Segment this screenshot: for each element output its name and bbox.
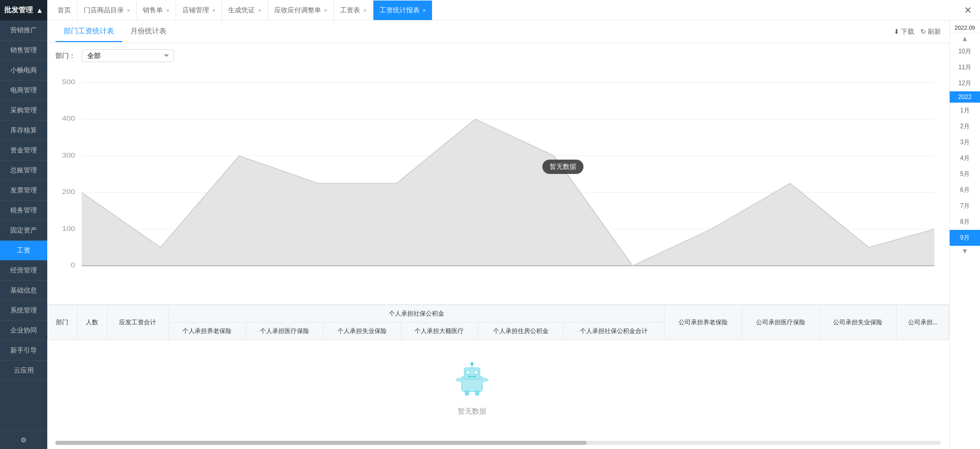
sidebar-item-资金管理[interactable]: 资金管理 xyxy=(0,141,47,161)
th-count: 人数 xyxy=(77,305,107,340)
date-month-11[interactable]: 11月 xyxy=(950,60,980,75)
dept-select[interactable]: 全部 xyxy=(82,49,174,62)
date-month-7[interactable]: 7月 xyxy=(950,198,980,214)
tab-首页[interactable]: 首页 xyxy=(51,1,78,20)
tab-close-应收应付调整单[interactable]: × xyxy=(324,7,327,13)
chart-wrapper: 500 400 300 200 100 0 xyxy=(55,73,941,289)
sidebar-item-电商管理[interactable]: 电商管理 xyxy=(0,81,47,101)
filter-bar: 部门： 全部 xyxy=(47,43,949,68)
date-month-9[interactable]: 9月 xyxy=(950,230,980,246)
tab-生成凭证[interactable]: 生成凭证 × xyxy=(222,1,268,20)
date-next-arrow[interactable]: ▼ xyxy=(958,246,972,256)
date-panel-header: 2022.09 xyxy=(950,23,980,33)
th-personal-unemployment: 个人承担失业保险 xyxy=(323,323,401,340)
area-chart: 500 400 300 200 100 0 xyxy=(55,73,941,289)
date-month-10[interactable]: 10月 xyxy=(950,44,980,60)
content-area: 部门工资统计表 月份统计表 ⬇ 下载 ↻ 刷新 xyxy=(47,21,980,449)
tab-close-all-icon[interactable]: ✕ xyxy=(964,5,972,16)
sidebar-item-营销推广[interactable]: 营销推广 xyxy=(0,21,47,41)
sidebar-item-发票管理[interactable]: 发票管理 xyxy=(0,181,47,201)
th-company-unemployment: 公司承担失业保险 xyxy=(819,305,897,340)
date-prev-arrow[interactable]: ▲ xyxy=(958,33,972,44)
tab-bar-actions: ✕ xyxy=(964,5,976,16)
tab-门店商品目录[interactable]: 门店商品目录 × xyxy=(78,1,137,20)
sidebar-item-基础信息[interactable]: 基础信息 xyxy=(0,281,47,301)
refresh-button[interactable]: ↻ 刷新 xyxy=(920,27,941,36)
th-personal-pension: 个人承担养老保险 xyxy=(168,323,246,340)
th-company-more: 公司承担... xyxy=(897,305,949,340)
th-dept: 部门 xyxy=(48,305,78,340)
main-area: 首页 门店商品目录 × 销售单 × 店铺管理 × 生成凭证 × 应收应付调整单 … xyxy=(47,0,980,449)
sub-tabs-right: ⬇ 下载 ↻ 刷新 xyxy=(894,27,941,36)
th-personal-medical: 个人承担医疗保险 xyxy=(246,323,324,340)
date-year-2022[interactable]: 2022 xyxy=(950,91,980,103)
tab-店铺管理[interactable]: 店铺管理 × xyxy=(176,1,222,20)
tab-close-生成凭证[interactable]: × xyxy=(258,7,261,13)
svg-rect-22 xyxy=(465,391,469,396)
sidebar-item-系统管理[interactable]: 系统管理 xyxy=(0,301,47,321)
svg-text:100: 100 xyxy=(62,225,76,232)
tab-close-销售单[interactable]: × xyxy=(166,7,169,13)
download-button[interactable]: ⬇ 下载 xyxy=(894,27,914,36)
th-group-personal: 个人承担社保公积金 xyxy=(168,305,665,323)
sidebar-item-固定资产[interactable]: 固定资产 xyxy=(0,221,47,241)
tab-工资统计报表[interactable]: 工资统计报表 × xyxy=(373,1,432,20)
svg-text:500: 500 xyxy=(62,78,76,85)
svg-rect-17 xyxy=(466,370,470,374)
sidebar-item-企业协同[interactable]: 企业协同 xyxy=(0,321,47,341)
sidebar-item-总账管理[interactable]: 总账管理 xyxy=(0,161,47,181)
sidebar-item-小畅电商[interactable]: 小畅电商 xyxy=(0,61,47,81)
sidebar-item-工资[interactable]: 工资 xyxy=(0,241,47,261)
date-month-1[interactable]: 1月 xyxy=(950,103,980,119)
sidebar-item-销售管理[interactable]: 销售管理 xyxy=(0,41,47,61)
date-month-3[interactable]: 3月 xyxy=(950,134,980,150)
sub-tabs-left: 部门工资统计表 月份统计表 xyxy=(55,22,175,42)
th-personal-total: 个人承担社保公积金合计 xyxy=(563,323,665,340)
scrollbar-thumb[interactable] xyxy=(55,441,587,445)
sidebar-item-税务管理[interactable]: 税务管理 xyxy=(0,201,47,221)
data-table: 部门 人数 应发工资合计 个人承担社保公积金 公司承担养老保险 公司承担医疗保险… xyxy=(47,305,949,437)
dept-label: 部门： xyxy=(55,51,76,61)
svg-rect-20 xyxy=(457,378,463,381)
svg-point-16 xyxy=(470,362,474,365)
sidebar-item-采购管理[interactable]: 采购管理 xyxy=(0,101,47,121)
date-panel-label: 2022.09 xyxy=(955,25,975,31)
sidebar-toggle-icon[interactable]: ▲ xyxy=(36,6,43,14)
svg-rect-18 xyxy=(474,370,478,374)
sidebar-title: 批发管理 xyxy=(4,6,33,15)
sidebar-item-新手引导[interactable]: 新手引导 xyxy=(0,341,47,361)
gear-icon: ⚙ xyxy=(21,436,27,444)
date-panel: 2022.09 ▲ 10月 11月 12月 2022 1月 2月 3月 4月 5… xyxy=(949,21,980,449)
no-data-text: 暂无数据 xyxy=(458,407,486,416)
sidebar-item-经营管理[interactable]: 经营管理 xyxy=(0,261,47,281)
tab-close-工资表[interactable]: × xyxy=(363,7,366,13)
date-month-6[interactable]: 6月 xyxy=(950,182,980,198)
date-month-12[interactable]: 12月 xyxy=(950,75,980,91)
sidebar-item-云应用[interactable]: 云应用 xyxy=(0,361,47,381)
tab-销售单[interactable]: 销售单 × xyxy=(137,1,176,20)
page-content: 部门工资统计表 月份统计表 ⬇ 下载 ↻ 刷新 xyxy=(47,21,949,449)
date-month-2[interactable]: 2月 xyxy=(950,119,980,134)
settings-button[interactable]: ⚙ xyxy=(0,431,47,449)
tab-close-店铺管理[interactable]: × xyxy=(212,7,215,13)
date-month-5[interactable]: 5月 xyxy=(950,166,980,182)
empty-state: 暂无数据 xyxy=(48,340,897,437)
data-table-section: 部门 人数 应发工资合计 个人承担社保公积金 公司承担养老保险 公司承担医疗保险… xyxy=(47,304,949,449)
svg-rect-21 xyxy=(481,378,487,381)
tab-close-工资统计报表[interactable]: × xyxy=(423,7,426,13)
date-month-4[interactable]: 4月 xyxy=(950,150,980,166)
tab-工资表[interactable]: 工资表 × xyxy=(334,1,373,20)
th-personal-housing: 个人承担住房公积金 xyxy=(478,323,563,340)
date-month-8[interactable]: 8月 xyxy=(950,214,980,230)
svg-text:200: 200 xyxy=(62,188,76,196)
sub-tab-部门工资统计表[interactable]: 部门工资统计表 xyxy=(55,22,122,42)
sidebar-item-库存核算[interactable]: 库存核算 xyxy=(0,121,47,141)
sub-tab-月份统计表[interactable]: 月份统计表 xyxy=(122,22,175,42)
tab-bar: 首页 门店商品目录 × 销售单 × 店铺管理 × 生成凭证 × 应收应付调整单 … xyxy=(47,0,980,21)
empty-row: 暂无数据 xyxy=(48,340,949,437)
tab-close-门店商品目录[interactable]: × xyxy=(127,7,130,13)
th-salary: 应发工资合计 xyxy=(107,305,168,340)
svg-rect-23 xyxy=(475,391,479,396)
horizontal-scrollbar[interactable] xyxy=(55,441,941,445)
tab-应收应付调整单[interactable]: 应收应付调整单 × xyxy=(268,1,334,20)
